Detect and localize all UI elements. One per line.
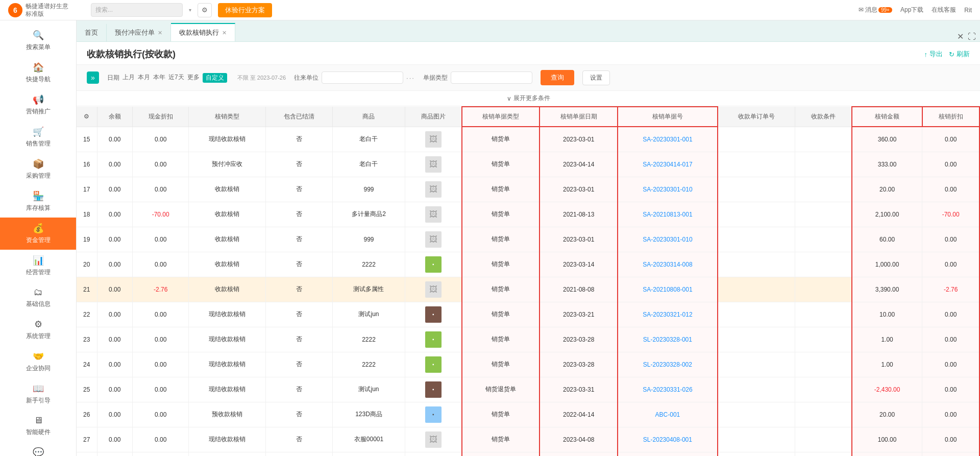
cell-cancel-bill-no[interactable]: SL-20230408-001 [618,427,718,452]
tab-prepay[interactable]: 预付冲应付单 ✕ [107,24,171,41]
cell-cancel-bill-date: 2021-08-08 [540,277,618,302]
tab-prepay-close-icon[interactable]: ✕ [158,30,162,36]
sidebar-item-enterprise[interactable]: 🤝 企业协同 [0,346,76,378]
th-goods: 商品 [332,107,405,127]
sidebar-item-operations[interactable]: 📊 经营管理 [0,250,76,282]
this-year-btn[interactable]: 本年 [153,73,165,83]
from-unit-filter: 往来单位 ··· [294,71,415,84]
cell-cancel-bill-no[interactable]: SA-20210808-001 [618,277,718,302]
th-settings[interactable]: ⚙ [77,107,97,127]
sidebar-item-sales[interactable]: 🛒 销售管理 [0,121,76,153]
cell-cancel-bill-date: 2021-08-13 [540,202,618,227]
cell-cancel-bill-no[interactable]: SA-20230331-026 [618,377,718,402]
more-dates-btn[interactable]: 更多 [187,73,200,83]
cell-cancel-bill-no[interactable]: SA-20230314-008 [618,252,718,277]
cell-cancel-bill-no[interactable]: SA-20230414-017 [618,152,718,177]
settings-gear-button[interactable]: ⚙ [198,3,212,17]
th-receipt-order-no: 收款单订单号 [718,107,795,127]
cell-goods: 测试多属性 [332,277,405,302]
cell-receipt-order-no [718,327,795,352]
sidebar-item-search-menu[interactable]: 🔍 搜索菜单 [0,25,76,57]
cell-cancel-bill-no[interactable]: SL-20230418-001 [618,452,718,456]
cell-cancel-discount: 0.00 [922,452,979,456]
cell-receipt-order-no [718,252,795,277]
date-filter-label: 日期 [107,74,119,82]
cell-cancel-bill-no[interactable]: SA-20210813-001 [618,202,718,227]
operations-icon: 📊 [33,255,44,266]
sidebar-item-purchase[interactable]: 📦 采购管理 [0,153,76,185]
cell-receipt-condition [795,277,852,302]
expand-more-button[interactable]: ∨ 展开更多条件 [507,94,550,103]
cell-cancel-discount: 0.00 [922,377,979,402]
app-download-link[interactable]: App下载 [900,6,923,14]
cell-cancel-type: 收款核销 [189,177,266,202]
query-button[interactable]: 查询 [541,70,574,85]
export-button[interactable]: ↑ 导出 [924,50,943,59]
cell-cancel-type: 现结收款核销 [189,327,266,352]
cell-cash-discount: 0.00 [133,152,189,177]
cell-cancel-bill-date: 2023-03-31 [540,377,618,402]
cell-cancel-discount: 0.00 [922,402,979,427]
sidebar-item-inventory[interactable]: 🏪 库存核算 [0,185,76,218]
cell-cancel-bill-no[interactable]: SA-20230321-012 [618,302,718,327]
sidebar-item-guide[interactable]: 📖 新手引导 [0,378,76,410]
th-include-settled: 包含已结清 [266,107,333,127]
online-service-link[interactable]: 在线客服 [932,6,956,14]
cell-include-settled: 否 [266,327,333,352]
top-bar-mid: 搜索... ▾ ⚙ 休验行业方案 [91,3,852,17]
cell-cash-discount: 0.00 [133,377,189,402]
cell-balance: 0.00 [97,302,133,327]
filter-expand-button[interactable]: » [87,71,99,84]
sidebar-item-marketing[interactable]: 📢 营销推广 [0,89,76,121]
column-settings-button[interactable]: 设置 [582,70,610,85]
refresh-button[interactable]: ↻ 刷新 [949,50,970,59]
cell-cancel-type: 现结收款核销 [189,452,266,456]
industry-solution-button[interactable]: 休验行业方案 [218,3,272,17]
tab-collection[interactable]: 收款核销执行 ✕ [171,23,235,41]
tab-close-all-icon[interactable]: ✕ [957,32,964,41]
sidebar-item-system[interactable]: ⚙ 系统管理 [0,314,76,346]
cell-goods: 衣服00001 [332,427,405,452]
messages-icon[interactable]: ✉ 消息99+ [859,6,892,14]
cell-receipt-condition [795,327,852,352]
cell-seq: 21 [77,277,97,302]
refresh-label: 刷新 [957,50,970,59]
last-7-days-btn[interactable]: 近7天 [168,73,184,83]
global-search-box[interactable]: 搜索... [91,3,183,17]
cell-goods-image: 🖼 [405,427,461,452]
cell-cancel-bill-no[interactable]: SL-20230328-002 [618,352,718,377]
cell-seq: 28 [77,452,97,456]
sidebar-item-hardware[interactable]: 🖥 智能硬件 [0,410,76,442]
cell-goods: 999 [332,177,405,202]
cell-cancel-bill-no[interactable]: SL-20230328-001 [618,327,718,352]
tab-expand-icon[interactable]: ⛶ [968,32,976,41]
cell-cancel-bill-no[interactable]: SA-20230301-010 [618,177,718,202]
cell-goods: 老白干 [332,127,405,152]
sidebar-item-quick-nav[interactable]: 🏠 快捷导航 [0,57,76,89]
cell-cancel-bill-no[interactable]: ABC-001 [618,402,718,427]
cell-goods: 2222 [332,252,405,277]
from-unit-input[interactable] [322,71,403,84]
cell-cancel-amount: 20.00 [852,402,922,427]
cell-goods-image: ▪ [405,452,461,456]
cell-cancel-bill-no[interactable]: SA-20230301-001 [618,127,718,152]
custom-date-btn[interactable]: 自定义 [203,73,227,83]
receipt-type-input[interactable] [451,71,532,84]
hardware-icon: 🖥 [34,415,43,426]
sidebar-item-finance[interactable]: 💰 资金管理 [0,218,76,250]
tab-collection-close-icon[interactable]: ✕ [222,30,227,36]
this-month-btn[interactable]: 本月 [138,73,150,83]
page-title: 收款核销执行(按收款) [87,48,176,60]
date-range-display: 不限 至 2023-07-26 [237,74,286,82]
tab-home[interactable]: 首页 [77,24,107,41]
last-month-btn[interactable]: 上月 [122,73,135,83]
sales-icon: 🛒 [33,126,44,137]
cell-seq: 15 [77,127,97,152]
sidebar-item-wechat[interactable]: 💬 企业微信 [0,442,76,456]
table-container[interactable]: ⚙ 余额 现金折扣 核销类型 包含已结清 商品 商品图片 核销单据类型 核销单据… [77,106,980,456]
date-filter-group: 日期 上月 本月 本年 近7天 更多 自定义 [107,73,227,83]
sidebar-item-base-info[interactable]: 🗂 基础信息 [0,282,76,314]
cell-receipt-order-no [718,202,795,227]
cell-cancel-bill-date: 2023-04-18 [540,452,618,456]
cell-cancel-bill-no[interactable]: SA-20230301-010 [618,227,718,252]
